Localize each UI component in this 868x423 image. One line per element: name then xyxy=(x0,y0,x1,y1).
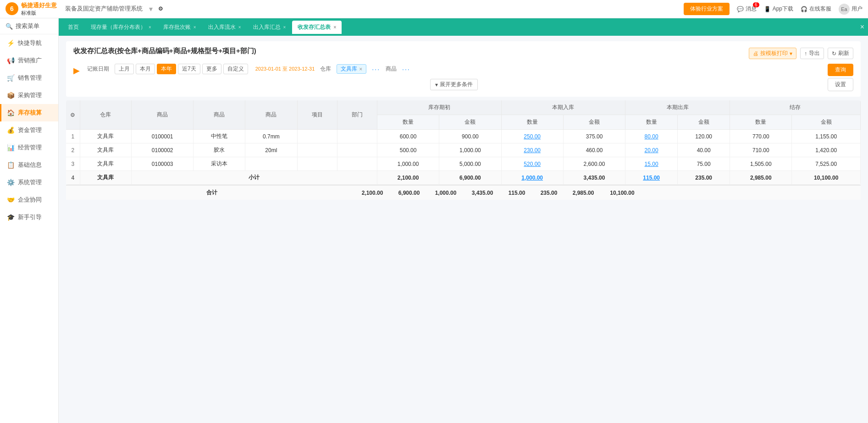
basic-icon: 📋 xyxy=(7,161,14,169)
subtotal-open-qty: 2,100.00 xyxy=(377,171,439,185)
date-last-month[interactable]: 上月 xyxy=(115,64,134,74)
set-btn[interactable]: 设置 xyxy=(828,78,853,91)
sidebar-item-enterprise[interactable]: 🤝 企业协同 xyxy=(0,191,58,209)
print-btn[interactable]: 🖨 按模板打印 ▾ xyxy=(749,48,796,59)
cell-close-amt: 7,525.00 xyxy=(792,157,861,171)
expand-more-conditions[interactable]: ▾ 展开更多条件 xyxy=(430,79,478,90)
sidebar-item-basic[interactable]: 📋 基础信息 xyxy=(0,156,58,174)
col-header-opening: 库存期初 xyxy=(377,100,501,115)
tab-close-icon[interactable]: × xyxy=(333,25,336,30)
tab-close-icon[interactable]: × xyxy=(194,25,196,30)
top-right-actions: 体验行业方案 💬 消息 6 📱 App下载 🎧 在线客服 Ea 用户 xyxy=(684,3,862,15)
cell-in-qty[interactable]: 520.00 xyxy=(501,157,563,171)
sub-header-out-qty: 数量 xyxy=(625,115,678,130)
col-header-goods-name: 商品 xyxy=(194,100,245,130)
cell-close-amt: 1,155.00 xyxy=(792,130,861,143)
headset-icon: 🎧 xyxy=(801,6,807,12)
search-label: 搜索菜单 xyxy=(16,22,39,30)
sidebar-search[interactable]: 🔍 搜索菜单 xyxy=(0,18,58,34)
sidebar-item-guide[interactable]: 🎓 新手引导 xyxy=(0,209,58,226)
warehouse-tag[interactable]: 文具库 × xyxy=(337,64,366,74)
cell-close-qty: 710.00 xyxy=(730,143,792,157)
close-all-tabs[interactable]: × xyxy=(860,23,864,31)
date-more[interactable]: 更多 xyxy=(202,64,221,74)
tab-home[interactable]: 首页 xyxy=(62,21,84,34)
sidebar-item-operations[interactable]: 📊 经营管理 xyxy=(0,139,58,156)
tab-recv-send[interactable]: 收发存汇总表 × xyxy=(292,21,342,34)
date-this-month[interactable]: 本月 xyxy=(136,64,155,74)
settings-icon[interactable]: ⚙ xyxy=(158,5,163,12)
sidebar-item-marketing[interactable]: 📢 营销推广 xyxy=(0,52,58,69)
subtotal-in-qty[interactable]: 1,000.00 xyxy=(501,171,563,185)
goods-more-btn[interactable]: ··· xyxy=(402,66,410,73)
subtotal-out-amt: 235.00 xyxy=(678,171,730,185)
refresh-btn[interactable]: ↻ 刷新 xyxy=(828,48,853,59)
query-btn[interactable]: 查询 xyxy=(828,64,853,76)
date-7days[interactable]: 近7天 xyxy=(178,64,200,74)
cell-in-qty[interactable]: 230.00 xyxy=(501,143,563,157)
app-download-btn[interactable]: 📱 App下载 xyxy=(764,5,793,13)
tab-inventory-dist[interactable]: 现存量（库存分布表） × xyxy=(85,21,157,34)
footer-total-row: 合计 2,100.00 6,900.00 1,000.00 3,435.00 1… xyxy=(66,185,861,200)
tab-batch-ledger[interactable]: 库存批次账 × xyxy=(158,21,202,34)
cell-close-amt: 1,420.00 xyxy=(792,143,861,157)
cell-out-qty[interactable]: 80.00 xyxy=(625,130,678,143)
sidebar-item-label: 新手引导 xyxy=(18,213,42,221)
sub-header-out-amt: 金额 xyxy=(678,115,730,130)
table-settings-icon[interactable]: ⚙ xyxy=(66,100,80,130)
messages-btn[interactable]: 💬 消息 6 xyxy=(737,5,757,13)
system-icon: ⚙️ xyxy=(7,179,14,186)
experience-btn[interactable]: 体验行业方案 xyxy=(684,3,730,15)
sub-header-close-amt: 金额 xyxy=(792,115,861,130)
tab-close-icon[interactable]: × xyxy=(238,25,241,30)
cell-spec: 0.7mm xyxy=(245,130,297,143)
cell-close-qty: 1,505.00 xyxy=(730,157,792,171)
cell-warehouse: 文具库 xyxy=(80,130,132,143)
cell-seq: 3 xyxy=(66,157,80,171)
subtotal-close-qty: 2,985.00 xyxy=(730,171,792,185)
sidebar-item-sales[interactable]: 🛒 销售管理 xyxy=(0,69,58,87)
logo-icon: 6 xyxy=(6,2,18,15)
tab-close-icon[interactable]: × xyxy=(149,25,151,30)
printer-icon: 🖨 xyxy=(753,50,758,57)
cell-out-qty[interactable]: 15.00 xyxy=(625,157,678,171)
sidebar-item-quick-nav[interactable]: ⚡ 快捷导航 xyxy=(0,34,58,52)
app-download-label: App下载 xyxy=(773,5,793,13)
col-header-closing: 结存 xyxy=(730,100,861,115)
cell-dept xyxy=(337,143,377,157)
expand-arrow[interactable]: ▶ xyxy=(73,66,80,76)
logo-area: 6 畅捷通好生意 标准版 装备及固定资产辅助管理系统 ▾ ⚙ xyxy=(6,1,163,17)
settings-dropdown[interactable]: ▾ xyxy=(149,5,153,13)
warehouse-tag-remove[interactable]: × xyxy=(359,66,362,72)
sidebar-item-finance[interactable]: 💰 资金管理 xyxy=(0,121,58,139)
sidebar-item-purchase[interactable]: 📦 采购管理 xyxy=(0,87,58,104)
online-service-btn[interactable]: 🎧 在线客服 xyxy=(801,5,831,13)
col-header-dept: 部门 xyxy=(337,100,377,130)
total-open-qty: 2,100.00 xyxy=(354,190,391,196)
sub-header-open-amt: 金额 xyxy=(439,115,501,130)
cell-name: 采访本 xyxy=(194,157,245,171)
subtotal-label: 小计 xyxy=(132,171,377,185)
tab-close-icon[interactable]: × xyxy=(283,25,286,30)
warehouse-more-btn[interactable]: ··· xyxy=(372,66,380,73)
sidebar-item-system[interactable]: ⚙️ 系统管理 xyxy=(0,174,58,191)
cell-open-amt: 1,000.00 xyxy=(439,143,501,157)
cell-seq: 1 xyxy=(66,130,80,143)
tab-summary[interactable]: 出入库汇总 × xyxy=(248,21,292,34)
user-menu[interactable]: Ea 用户 xyxy=(839,4,862,15)
cell-project xyxy=(297,130,337,143)
warehouse-label: 仓库 xyxy=(320,65,331,73)
export-icon: ↑ xyxy=(804,50,807,57)
date-custom[interactable]: 自定义 xyxy=(223,64,248,74)
total-in-amt: 3,435.00 xyxy=(464,190,501,196)
export-btn[interactable]: ↑ 导出 xyxy=(800,48,824,59)
tab-flow[interactable]: 出入库流水 × xyxy=(203,21,247,34)
cell-in-qty[interactable]: 250.00 xyxy=(501,130,563,143)
date-this-year[interactable]: 本年 xyxy=(157,64,176,74)
sidebar-item-inventory[interactable]: 🏠 库存核算 xyxy=(0,104,58,121)
cell-out-qty[interactable]: 20.00 xyxy=(625,143,678,157)
sidebar-item-label: 库存核算 xyxy=(18,109,42,117)
logo-sub: 标准版 xyxy=(21,10,57,16)
subtotal-out-qty[interactable]: 115.00 xyxy=(625,171,678,185)
refresh-icon: ↻ xyxy=(832,50,836,57)
